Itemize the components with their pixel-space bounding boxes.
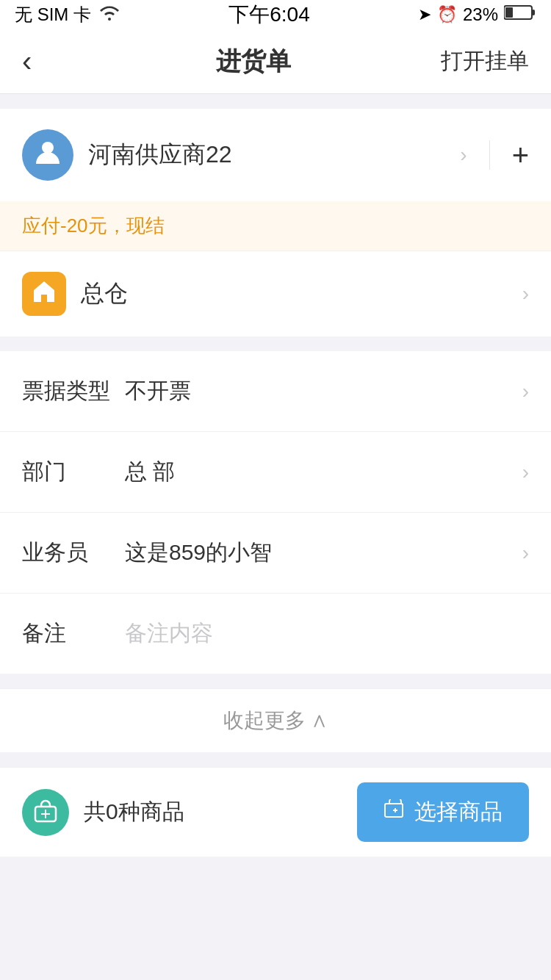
page-title: 进货单 <box>66 45 441 79</box>
battery-label: 23% <box>463 4 498 25</box>
supplier-avatar <box>22 129 73 181</box>
invoice-type-row[interactable]: 票据类型 不开票 › <box>0 351 551 432</box>
svg-point-3 <box>42 142 54 154</box>
supplier-section: 河南供应商22 › + 应付-20元，现结 总仓 › <box>0 109 551 336</box>
warehouse-chevron-icon: › <box>522 282 529 306</box>
notice-banner: 应付-20元，现结 <box>0 201 551 251</box>
supplier-name: 河南供应商22 <box>88 139 460 171</box>
svg-rect-1 <box>532 10 535 15</box>
back-button[interactable]: ‹ <box>22 45 66 78</box>
add-button[interactable]: + <box>512 139 529 172</box>
invoice-value: 不开票 <box>125 376 522 406</box>
product-count: 共0种商品 <box>84 797 357 827</box>
status-bar: 无 SIM 卡 下午6:04 ➤ ⏰ 23% <box>0 0 551 29</box>
cart-icon <box>383 799 407 825</box>
bottom-bar: 共0种商品 选择商品 <box>0 767 551 857</box>
supplier-row[interactable]: 河南供应商22 › + <box>0 109 551 201</box>
warehouse-name: 总仓 <box>81 278 522 310</box>
collapse-bar[interactable]: 收起更多 ∧ <box>0 688 551 752</box>
warehouse-icon <box>22 272 66 316</box>
sales-value: 这是859的小智 <box>125 538 522 568</box>
wifi-icon <box>98 4 120 25</box>
nav-bar: ‹ 进货单 打开挂单 <box>0 29 551 94</box>
form-section: 票据类型 不开票 › 部门 总 部 › 业务员 这是859的小智 › 备注 备注… <box>0 351 551 674</box>
sales-label: 业务员 <box>22 538 125 568</box>
supplier-divider <box>489 140 490 170</box>
remark-label: 备注 <box>22 619 125 649</box>
sales-chevron-icon: › <box>522 541 529 565</box>
product-icon <box>22 789 69 836</box>
collapse-label: 收起更多 ∧ <box>223 707 328 735</box>
alarm-icon: ⏰ <box>437 5 457 24</box>
section-gap-1 <box>0 94 551 109</box>
select-product-button[interactable]: 选择商品 <box>357 782 529 842</box>
warehouse-row[interactable]: 总仓 › <box>0 251 551 336</box>
salesperson-row[interactable]: 业务员 这是859的小智 › <box>0 513 551 594</box>
status-right: ➤ ⏰ 23% <box>418 4 536 25</box>
dept-chevron-icon: › <box>522 461 529 484</box>
time-display: 下午6:04 <box>228 1 310 29</box>
remark-row[interactable]: 备注 备注内容 <box>0 594 551 674</box>
location-icon: ➤ <box>418 5 431 24</box>
invoice-label: 票据类型 <box>22 376 125 406</box>
carrier-label: 无 SIM 卡 <box>15 3 91 26</box>
department-row[interactable]: 部门 总 部 › <box>0 432 551 513</box>
supplier-chevron-icon: › <box>460 143 467 167</box>
status-left: 无 SIM 卡 <box>15 3 120 26</box>
invoice-chevron-icon: › <box>522 380 529 403</box>
select-product-label: 选择商品 <box>414 797 503 827</box>
dept-value: 总 部 <box>125 457 522 487</box>
house-icon <box>31 278 57 310</box>
dept-label: 部门 <box>22 457 125 487</box>
open-pending-button[interactable]: 打开挂单 <box>441 46 529 76</box>
remark-input[interactable]: 备注内容 <box>125 619 529 649</box>
svg-rect-2 <box>505 7 513 18</box>
person-icon <box>33 137 62 173</box>
battery-icon <box>504 4 536 25</box>
